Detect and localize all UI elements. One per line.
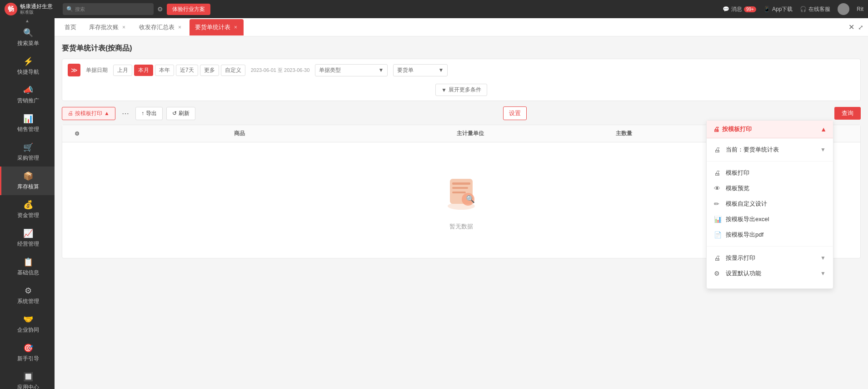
refresh-button[interactable]: ↺ 刷新 [166,107,195,120]
date-btn-this-year[interactable]: 本年 [155,65,174,76]
tab-collection-summary[interactable]: 收发存汇总表 × [134,19,188,35]
date-btn-custom[interactable]: 自定义 [221,65,245,76]
expand-more-button[interactable]: ▼ 展开更多条件 [435,84,487,96]
dropdown-set-default[interactable]: ⚙ 设置默认功能 ▼ [707,266,833,281]
inventory-icon: 📦 [23,171,33,181]
export-button[interactable]: ↑ 导出 [135,107,163,120]
settings-icon[interactable]: ⚙ [157,5,163,13]
guide-icon: 🎯 [23,343,33,353]
tab-close-inventory-batch[interactable]: × [121,23,126,31]
more-options-button[interactable]: ⋯ [119,109,132,118]
app-logo: 畅 畅康通好生意 标准版 [5,3,59,15]
dropdown-item-template-print[interactable]: 🖨 模板打印 [707,165,833,181]
sidebar-item-marketing[interactable]: 📣 营销推广 [0,81,55,109]
empty-message: 暂无数据 [449,222,473,231]
current-template-icon: 🖨 [714,146,721,153]
dropdown-item-template-preview[interactable]: 👁 模板预览 [707,181,833,196]
dropdown-item-export-pdf[interactable]: 📄 按模板导出pdf [707,227,833,242]
logo-icon: 畅 [5,3,17,15]
headset-icon: 🎧 [800,6,807,12]
goods-select-arrow-icon: ▼ [438,67,444,73]
sidebar-item-apps[interactable]: 🔲 应用中心 [0,367,55,389]
dropdown-display-print[interactable]: 🖨 按显示打印 ▼ [707,250,833,266]
top-bar-right: 💬 消息 99+ 📱 App下载 🎧 在线客服 Rit [723,3,863,15]
sales-icon: 📊 [23,114,33,124]
sidebar-item-inventory[interactable]: 📦 库存核算 [0,167,55,195]
close-all-tabs-button[interactable]: ✕ [848,23,854,31]
tab-home[interactable]: 首页 [59,19,82,35]
table-col-unit: 主计量单位 [394,130,547,137]
empty-state-icon: 🔍 [439,170,484,215]
set-default-icon: ⚙ [714,270,721,277]
sidebar-item-enterprise[interactable]: 🤝 企业协同 [0,310,55,338]
print-icon: 🖨 [68,110,73,116]
tab-close-order-stats[interactable]: × [233,23,238,31]
tab-close-collection-summary[interactable]: × [177,23,182,31]
sidebar-item-purchase[interactable]: 🛒 采购管理 [0,138,55,167]
tab-inventory-batch[interactable]: 库存批次账 × [84,19,132,35]
dropdown-item-template-design[interactable]: ✏ 模板自定义设计 [707,196,833,212]
dropdown-header: 🖨 按模板打印 ▲ [707,121,833,138]
basic-icon: 📋 [23,257,33,267]
sidebar-item-finance[interactable]: 💰 资金管理 [0,195,55,224]
svg-rect-4 [452,192,466,193]
sidebar-item-search[interactable]: 🔍 搜索菜单 [0,23,55,52]
dropdown-current-item[interactable]: 🖨 当前：要货单统计表 ▼ [707,142,833,157]
message-badge: 99+ [744,6,756,12]
date-btn-this-month[interactable]: 本月 [134,65,153,76]
top-bar: 畅 畅康通好生意 标准版 🔍 搜索 ⚙ 体验行业方案 💬 消息 99+ 📱 Ap… [0,0,868,18]
tab-bar-right: ✕ ⤢ [848,23,863,31]
date-btn-7days[interactable]: 近7天 [176,65,198,76]
sidebar-item-system[interactable]: ⚙ 系统管理 [0,281,55,310]
filter-bar: ≫ 单据日期 上月 本月 本年 近7天 更多 自定义 2023-06-01 至 … [62,59,861,101]
print-dropdown-arrow-icon: ▲ [104,110,110,116]
date-button-group: 上月 本月 本年 近7天 更多 自定义 [113,65,245,76]
current-item-arrow-icon: ▼ [820,147,826,153]
date-filter-label: 单据日期 [86,66,108,74]
main-layout: ▲ 🔍 搜索菜单 ⚡ 快捷导航 📣 营销推广 📊 销售管理 🛒 采购管理 📦 库… [0,18,868,389]
display-print-icon: 🖨 [714,254,721,262]
marketing-icon: 📣 [23,85,33,95]
sidebar-item-guide[interactable]: 🎯 新手引导 [0,338,55,367]
download-icon: 📱 [763,6,770,12]
avatar[interactable] [838,3,849,15]
dropdown-close-button[interactable]: ▲ [820,126,827,133]
tab-bar: 首页 库存批次账 × 收发存汇总表 × 要货单统计表 × ✕ ⤢ [55,18,868,36]
print-template-button[interactable]: 🖨 按模板打印 ▲ [62,107,115,120]
message-icon: 💬 [723,6,729,12]
tab-order-stats[interactable]: 要货单统计表 × [190,19,244,35]
expand-tabs-button[interactable]: ⤢ [858,24,863,31]
search-bar[interactable]: 🔍 搜索 [63,3,154,15]
export-icon: ↑ [141,110,144,116]
dropdown-item-export-excel[interactable]: 📊 按模板导出excel [707,212,833,227]
date-btn-more[interactable]: 更多 [200,65,219,76]
search-menu-icon: 🔍 [23,28,33,38]
date-range-display: 2023-06-01 至 2023-06-30 [251,67,310,74]
apps-icon: 🔲 [23,372,33,382]
goods-filter-select[interactable]: 要货单 ▼ [393,64,448,76]
date-btn-last-month[interactable]: 上月 [113,65,132,76]
sidebar-item-operations[interactable]: 📈 经营管理 [0,224,55,253]
message-button[interactable]: 💬 消息 99+ [723,5,756,13]
online-service-button[interactable]: 🎧 在线客服 [800,5,830,13]
sidebar-item-quick-nav[interactable]: ⚡ 快捷导航 [0,52,55,81]
expand-more-icon: ▼ [441,87,447,93]
table-col-settings[interactable]: ⚙ [68,131,86,137]
sidebar-item-basic[interactable]: 📋 基础信息 [0,253,55,281]
export-pdf-icon: 📄 [714,231,721,238]
settings-button[interactable]: 设置 [503,106,527,120]
table-col-quantity: 主数量 [547,130,701,137]
filter-expand-button[interactable]: ≫ [68,64,80,76]
app-download-button[interactable]: 📱 App下载 [763,5,793,13]
sidebar-item-sales[interactable]: 📊 销售管理 [0,109,55,138]
sidebar-scroll-up[interactable]: ▲ [0,18,55,23]
dropdown-current-left: 🖨 当前：要货单统计表 [714,146,779,154]
document-type-select[interactable]: 单据类型 ▼ [315,64,388,76]
dropdown-template-section: 🖨 模板打印 👁 模板预览 ✏ 模板自定义设计 📊 [707,162,833,247]
display-print-left: 🖨 按显示打印 [714,254,755,262]
query-button[interactable]: 查询 [834,107,861,120]
set-default-arrow-icon: ▼ [820,270,826,277]
username: Rit [857,6,863,12]
trial-button[interactable]: 体验行业方案 [167,4,210,15]
select-arrow-icon: ▼ [378,67,384,73]
